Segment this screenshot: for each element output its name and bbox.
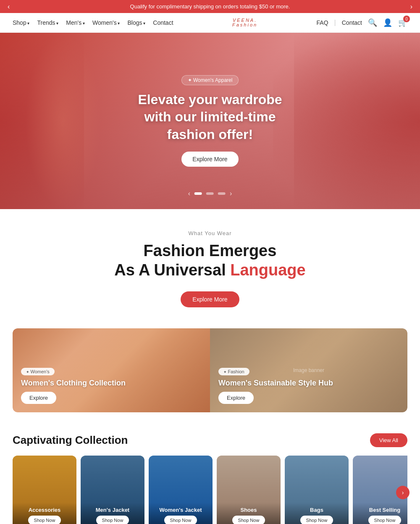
slider-dot-2[interactable]	[206, 192, 214, 195]
nav-left: Shop Trends Men's Women's Blogs Contact	[13, 19, 173, 26]
slider-prev-button[interactable]: ‹	[188, 190, 190, 197]
collection-grid: Accessories Shop Now Men's Jacket Shop N…	[13, 456, 407, 524]
slider-next-button[interactable]: ›	[230, 190, 232, 197]
collection-name-1: Accessories	[17, 507, 72, 513]
nav-shop[interactable]: Shop	[13, 19, 29, 26]
collection-shop-button-4[interactable]: Shop Now	[232, 516, 265, 524]
collection-overlay-1: Accessories Shop Now	[13, 503, 76, 524]
collection-overlay-3: Women's Jacket Shop Now	[149, 503, 213, 524]
banner-tag-1: Women's	[21, 368, 55, 375]
list-item[interactable]: Accessories Shop Now	[13, 456, 76, 524]
banner-tag-2: Fashion	[218, 368, 249, 375]
collection-name-4: Shoes	[221, 507, 276, 513]
fashion-explore-button[interactable]: Explore More	[181, 291, 239, 307]
list-item[interactable]: Men's Jacket Shop Now	[81, 456, 144, 524]
collection-shop-button-3[interactable]: Shop Now	[164, 516, 197, 524]
faq-link[interactable]: FAQ	[317, 19, 328, 26]
collection-overlay-2: Men's Jacket Shop Now	[81, 503, 144, 524]
collection-overlay-4: Shoes Shop Now	[217, 503, 281, 524]
nav-blogs[interactable]: Blogs	[127, 19, 145, 26]
search-button[interactable]: 🔍	[368, 18, 377, 27]
contact-link[interactable]: Contact	[342, 19, 362, 26]
slider-controls: ‹ ›	[188, 190, 232, 197]
nav-right: FAQ | Contact 🔍 👤 🛒 0	[317, 18, 407, 27]
hero-content: Women's Apparel Elevate your wardrobewit…	[138, 75, 282, 167]
banner-content-2: Fashion Women's Sustainable Style Hub Ex…	[218, 367, 333, 404]
collection-shop-button-5[interactable]: Shop Now	[300, 516, 333, 524]
slider-dot-3[interactable]	[218, 192, 226, 195]
nav-trends[interactable]: Trends	[37, 19, 58, 26]
banner-item-2[interactable]: Image banner Fashion Women's Sustainable…	[210, 328, 407, 412]
hero-badge: Women's Apparel	[181, 75, 239, 85]
collection-shop-button-1[interactable]: Shop Now	[28, 516, 61, 524]
collection-section: Captivating Collection View All Accessor…	[0, 421, 420, 524]
top-banner: ‹ Qualify for complimentary shipping on …	[0, 0, 420, 13]
header: Shop Trends Men's Women's Blogs Contact …	[0, 13, 420, 33]
collection-name-5: Bags	[289, 507, 344, 513]
cart-button[interactable]: 🛒 0	[398, 18, 407, 27]
fashion-subtitle: What You Wear	[17, 230, 403, 236]
logo: VEENA. Fashion	[232, 18, 257, 27]
list-item[interactable]: Shoes Shop Now	[217, 456, 281, 524]
collection-name-2: Men's Jacket	[85, 507, 140, 513]
collection-header: Captivating Collection View All	[13, 433, 407, 447]
nav-divider: |	[334, 19, 336, 26]
hero-title: Elevate your wardrobewith our limited-ti…	[138, 91, 282, 144]
banner-item-1[interactable]: Women's Women's Clothing Collection Expl…	[13, 328, 210, 412]
slider-dot-1[interactable]	[194, 192, 202, 195]
collection-next-button[interactable]: ›	[396, 486, 410, 499]
banner-prev-button[interactable]: ‹	[4, 1, 13, 12]
collection-overlay-6: Best Selling Shop Now	[353, 503, 407, 524]
banner-text: Qualify for complimentary shipping on or…	[130, 3, 290, 10]
list-item[interactable]: Women's Jacket Shop Now	[149, 456, 213, 524]
collection-overlay-5: Bags Shop Now	[285, 503, 349, 524]
account-button[interactable]: 👤	[383, 18, 392, 27]
list-item[interactable]: Bags Shop Now	[285, 456, 349, 524]
collection-name-6: Best Selling	[357, 507, 407, 513]
banner-title-1: Women's Clothing Collection	[21, 379, 126, 388]
collection-shop-button-6[interactable]: Shop Now	[368, 516, 402, 524]
collection-shop-button-2[interactable]: Shop Now	[96, 516, 129, 524]
banner-explore-button-2[interactable]: Explore	[218, 392, 254, 404]
banner-explore-button-1[interactable]: Explore	[21, 392, 56, 404]
nav-contact[interactable]: Contact	[153, 19, 173, 26]
fashion-section: What You Wear Fashion Emerges As A Unive…	[0, 209, 420, 320]
banner-content-1: Women's Women's Clothing Collection Expl…	[21, 367, 126, 404]
nav-mens[interactable]: Men's	[66, 19, 85, 26]
collection-title: Captivating Collection	[13, 434, 128, 447]
collection-name-3: Women's Jacket	[153, 507, 208, 513]
view-all-button[interactable]: View All	[370, 433, 407, 447]
nav-womens[interactable]: Women's	[92, 19, 120, 26]
banner-next-button[interactable]: ›	[407, 1, 416, 12]
hero-explore-button[interactable]: Explore More	[181, 152, 238, 167]
fashion-title: Fashion Emerges As A Universal Language	[17, 241, 403, 280]
cart-badge: 0	[403, 16, 410, 22]
banner-grid: Women's Women's Clothing Collection Expl…	[13, 328, 407, 412]
hero-slider: Women's Apparel Elevate your wardrobewit…	[0, 33, 420, 209]
banner-title-2: Women's Sustainable Style Hub	[218, 379, 333, 388]
